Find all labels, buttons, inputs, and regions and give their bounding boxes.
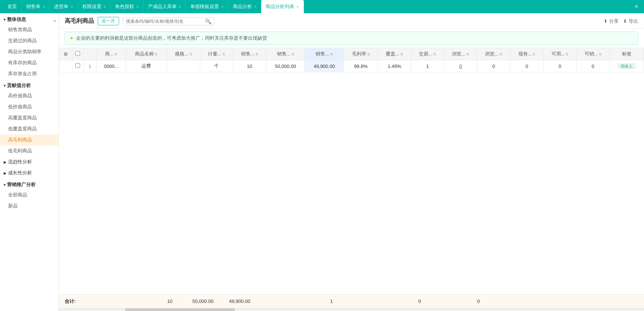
footer-browse2-spacer — [375, 299, 405, 304]
sort-stock-sell-icon: ⇅ — [599, 52, 602, 56]
close-sales-tab[interactable]: × — [43, 4, 45, 9]
table-row: 1 0000... 运费 个 10 50,000.00 49,900.00 99… — [59, 60, 644, 72]
table-header-row: ⚙ 商... ⇅ — [59, 48, 644, 60]
nav-purchase[interactable]: 进货单 × — [50, 0, 78, 13]
col-sales-cost[interactable]: 销售... ⇅ — [305, 48, 344, 60]
col-code[interactable]: 商... ⇅ — [97, 48, 126, 60]
row-spec — [167, 60, 200, 72]
footer-spacer — [82, 299, 155, 304]
sidebar-group-trend[interactable]: ▶ 流趋性分析 — [0, 156, 58, 167]
sidebar-item-new-goods[interactable]: 新品 — [0, 200, 58, 211]
settings-icon: ⚙ — [64, 51, 68, 57]
scrollbar-thumb[interactable] — [125, 308, 235, 311]
sidebar-item-low-margin[interactable]: 低毛利商品 — [0, 145, 58, 156]
footer-stock-now: 0 — [405, 299, 434, 304]
close-product-stock-tab[interactable]: × — [179, 4, 181, 9]
search-icon[interactable]: 🔍 — [205, 18, 211, 24]
sidebar-item-category-rate[interactable]: 商品分类助销率 — [0, 46, 58, 57]
col-sales-amount[interactable]: 销售... ⇅ — [266, 48, 305, 60]
sidebar-group-overall[interactable]: ▾ 整体信息 — [0, 13, 58, 24]
col-browse1[interactable]: 浏览... ⇅ — [444, 48, 477, 60]
col-num — [83, 48, 97, 60]
close-analysis-list-tab[interactable]: × — [296, 4, 299, 9]
sidebar-item-traded-goods[interactable]: 交易过的商品 — [0, 35, 58, 46]
table-footer: 合计: 10 50,000.00 49,900.00 1 0 0 — [59, 294, 644, 308]
footer-sales-cost: 49,900.00 — [221, 299, 258, 304]
arrow-contribution: ▾ — [4, 84, 6, 88]
sidebar-item-high-value[interactable]: 高价值商品 — [0, 90, 58, 101]
close-analysis-tab[interactable]: × — [254, 4, 256, 9]
footer-coverage-spacer — [287, 299, 317, 304]
nav-template[interactable]: 单据模板设置 × — [186, 0, 228, 13]
col-stock-now[interactable]: 现有... ⇅ — [510, 48, 543, 60]
col-name[interactable]: 商品名称 ⇅ — [126, 48, 167, 60]
share-button[interactable]: ⬆ 分享 — [604, 18, 619, 25]
sidebar-collapse-button[interactable]: « — [51, 16, 58, 25]
sort-sales-cost-icon: ⇅ — [330, 52, 333, 56]
footer-stock-avail-spacer — [434, 299, 464, 304]
sidebar-item-sales-goods[interactable]: 销售类商品 — [0, 24, 58, 35]
col-stock-avail[interactable]: 可用... ⇅ — [543, 48, 576, 60]
sort-code-icon: ⇅ — [114, 52, 117, 56]
close-purchase-tab[interactable]: × — [71, 4, 73, 9]
sidebar-group-growth[interactable]: ▶ 成长性分析 — [0, 167, 58, 178]
nav-role[interactable]: 角色授权 × — [111, 0, 143, 13]
select-all-checkbox[interactable] — [75, 51, 80, 56]
share-icon: ⬆ — [604, 18, 608, 24]
nav-permission[interactable]: 权限设置 × — [78, 0, 111, 13]
footer-label: 合计: — [59, 298, 82, 305]
col-spec[interactable]: 规格... ⇅ — [167, 48, 200, 60]
window-close-button[interactable]: × — [632, 3, 641, 10]
row-checkbox[interactable] — [72, 60, 83, 72]
col-browse2[interactable]: 浏览... ⇅ — [477, 48, 510, 60]
sidebar-item-high-coverage[interactable]: 高覆盖度商品 — [0, 112, 58, 123]
sidebar-item-all-goods[interactable]: 全部商品 — [0, 189, 58, 200]
row-browse2: 0 — [477, 60, 510, 72]
footer-sales-amount: 50,000.00 — [184, 299, 221, 304]
col-trade[interactable]: 交易... ⇅ — [411, 48, 444, 60]
close-template-tab[interactable]: × — [221, 4, 223, 9]
export-button[interactable]: ⬇ 导出 — [623, 18, 638, 25]
nav-analysis-list[interactable]: 商品分析列表 × — [261, 0, 303, 13]
row-select-checkbox[interactable] — [75, 63, 80, 68]
nav-sales[interactable]: 销售单 × — [22, 0, 50, 13]
sort-browse1-icon: ⇅ — [466, 52, 469, 56]
row-browse1[interactable]: 0 — [444, 60, 477, 72]
row-gross-rate: 99.8% — [344, 60, 378, 72]
nav-analysis[interactable]: 商品分析 × — [229, 0, 261, 13]
sort-coverage-icon: ⇅ — [400, 52, 403, 56]
table-wrapper[interactable]: ⚙ 商... ⇅ — [59, 48, 644, 294]
sort-sales-amount-icon: ⇅ — [291, 52, 294, 56]
col-settings[interactable]: ⚙ — [59, 48, 72, 60]
sort-browse2-icon: ⇅ — [499, 52, 502, 56]
row-tag: 高收入 — [609, 60, 644, 72]
sidebar-item-low-coverage[interactable]: 低覆盖度商品 — [0, 123, 58, 134]
col-coverage[interactable]: 覆盖... ⇅ — [378, 48, 411, 60]
sidebar-item-stock-capital[interactable]: 库存资金占用 — [0, 68, 58, 79]
nav-home[interactable]: 首页 — [3, 0, 22, 13]
close-role-tab[interactable]: × — [136, 4, 138, 9]
close-permission-tab[interactable]: × — [104, 4, 106, 9]
row-num: 1 — [83, 60, 97, 72]
sidebar-group-marketing[interactable]: ▾ 营销推广分析 — [0, 178, 58, 189]
col-stock-sell[interactable]: 可销... ⇅ — [576, 48, 609, 60]
sort-stock-avail-icon: ⇅ — [565, 52, 568, 56]
browse1-link[interactable]: 0 — [459, 64, 462, 69]
col-gross-rate[interactable]: 毛利率 ⇅ — [344, 48, 378, 60]
search-input[interactable] — [126, 19, 205, 24]
nav-product-stock[interactable]: 产成品入库单 × — [144, 0, 186, 13]
row-stock-avail: 0 — [543, 60, 576, 72]
data-table: ⚙ 商... ⇅ — [59, 48, 644, 72]
search-box: 🔍 — [123, 17, 215, 25]
row-stock-now: 0 — [510, 60, 543, 72]
sidebar-item-high-margin[interactable]: 高毛利商品 — [0, 134, 58, 145]
horizontal-scrollbar[interactable] — [59, 308, 644, 311]
col-unit[interactable]: 计量... ⇅ — [200, 48, 233, 60]
sidebar-item-in-stock[interactable]: 有库存的商品 — [0, 57, 58, 68]
col-checkbox[interactable] — [72, 48, 83, 60]
header-actions: ⬆ 分享 ⬇ 导出 — [604, 18, 638, 25]
sidebar-item-low-value[interactable]: 低价值商品 — [0, 101, 58, 112]
col-sales-qty[interactable]: 销售... ⇅ — [233, 48, 266, 60]
date-filter-button[interactable]: 近一月 — [98, 17, 119, 25]
sidebar-group-contribution[interactable]: ▾ 贡献值分析 — [0, 79, 58, 90]
